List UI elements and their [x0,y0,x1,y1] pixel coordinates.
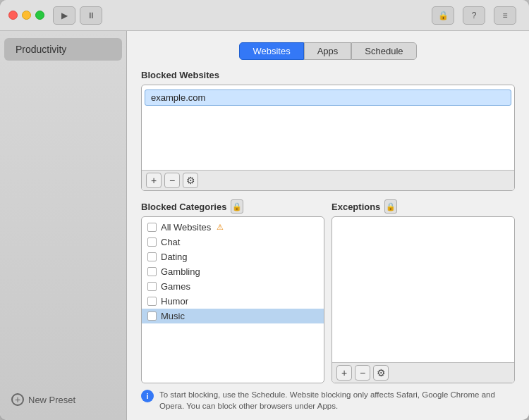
exceptions-lock[interactable]: 🔒 [384,199,397,214]
play-button[interactable]: ▶ [53,6,75,25]
titlebar: ▶ ⏸ 🔒 ? ≡ [0,0,529,31]
exceptions-col: Exceptions 🔒 + [332,199,515,383]
blocked-websites-box: example.com + − ⚙ [141,85,515,191]
blocked-categories-col: Blocked Categories 🔒 All Websites ⚠ [141,199,324,383]
lock-button[interactable]: 🔒 [432,6,454,25]
maximize-button[interactable] [35,11,44,20]
checkbox-gambling[interactable] [147,267,157,276]
help-icon: ? [472,11,477,20]
info-icon: i [141,390,154,402]
plus-circle-icon: + [11,393,24,406]
menu-icon: ≡ [502,11,507,20]
gear-exception-button[interactable]: ⚙ [373,365,389,381]
exceptions-box: + − ⚙ [332,216,515,383]
play-icon: ▶ [61,11,68,20]
remove-exception-button[interactable]: − [355,365,370,381]
exceptions-inner: + − ⚙ [332,217,514,383]
new-preset-button[interactable]: + New Preset [0,386,126,413]
traffic-lights [8,11,44,20]
blocked-websites-label: Blocked Websites [141,70,515,80]
pause-icon: ⏸ [87,11,95,20]
checkbox-dating[interactable] [147,252,157,261]
main-window: ▶ ⏸ 🔒 ? ≡ Productivity + New Preset [0,0,529,420]
category-item-humor[interactable]: Humor [142,294,324,309]
category-item-chat[interactable]: Chat [142,235,324,249]
checkbox-music[interactable] [147,311,157,321]
tab-bar: Websites Apps Schedule [141,42,515,60]
menu-button[interactable]: ≡ [494,6,516,25]
category-item-games[interactable]: Games [142,279,324,294]
lock-icon: 🔒 [438,11,449,20]
category-item-all-websites[interactable]: All Websites ⚠ [142,220,324,235]
exceptions-header: Exceptions 🔒 [332,199,515,214]
tab-websites[interactable]: Websites [239,42,303,60]
exceptions-list[interactable] [332,217,514,362]
categories-box: All Websites ⚠ Chat Dating [141,216,324,383]
tab-schedule[interactable]: Schedule [351,42,416,60]
websites-toolbar: + − ⚙ [142,170,514,190]
checkbox-chat[interactable] [147,237,157,247]
lower-section: Blocked Categories 🔒 All Websites ⚠ [141,199,515,383]
new-preset-label: New Preset [28,395,75,405]
sidebar-item-productivity[interactable]: Productivity [4,38,122,61]
gear-website-button[interactable]: ⚙ [183,173,198,188]
category-item-dating[interactable]: Dating [142,249,324,264]
checkbox-humor[interactable] [147,297,157,306]
sidebar: Productivity + New Preset [0,31,127,420]
category-item-music[interactable]: Music [142,309,324,323]
exceptions-label: Exceptions [332,202,380,212]
info-box: i To start blocking, use the Schedule. W… [141,389,515,412]
add-exception-button[interactable]: + [336,365,352,381]
add-website-button[interactable]: + [146,173,162,188]
blocked-categories-label: Blocked Categories [141,202,226,212]
lock-icon: 🔒 [386,202,396,211]
remove-website-button[interactable]: − [164,173,180,188]
websites-list[interactable]: example.com [142,85,514,170]
blocked-categories-lock[interactable]: 🔒 [231,199,243,214]
info-text: To start blocking, use the Schedule. Web… [159,389,515,412]
exceptions-toolbar: + − ⚙ [332,362,514,383]
category-item-gambling[interactable]: Gambling [142,264,324,279]
close-button[interactable] [8,11,18,20]
titlebar-right: 🔒 ? ≡ [432,6,521,25]
checkbox-games[interactable] [147,282,157,291]
main-area: Productivity + New Preset Websites Apps … [0,31,529,420]
content-pane: Websites Apps Schedule Blocked Websites … [127,31,529,420]
website-item[interactable]: example.com [145,89,511,106]
warning-icon: ⚠ [217,223,224,232]
tab-apps[interactable]: Apps [304,42,352,60]
help-button[interactable]: ? [463,6,485,25]
category-list: All Websites ⚠ Chat Dating [142,217,324,383]
minimize-button[interactable] [22,11,31,20]
checkbox-all-websites[interactable] [147,223,157,232]
pause-button[interactable]: ⏸ [80,6,102,25]
lock-icon: 🔒 [232,202,242,211]
blocked-categories-header: Blocked Categories 🔒 [141,199,324,214]
